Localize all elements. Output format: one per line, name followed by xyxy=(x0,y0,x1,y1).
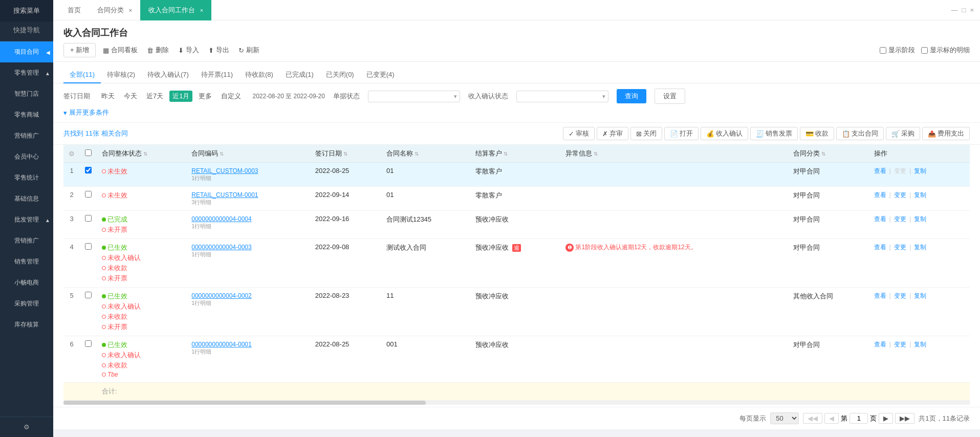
contract-link[interactable]: RETAIL_CUSTOM-0003 xyxy=(191,167,258,174)
status-select[interactable] xyxy=(368,91,460,102)
contract-link[interactable]: 0000000000004-0004 xyxy=(191,215,251,223)
change-op-button[interactable]: 变更 xyxy=(894,243,906,252)
expand-filter-button[interactable]: ▾ 展开更多条件 xyxy=(63,108,970,117)
filter-tab-completed[interactable]: 已完成(1) xyxy=(279,67,320,83)
change-op-button[interactable]: 变更 xyxy=(894,292,906,300)
search-button[interactable]: 查询 xyxy=(617,89,646,103)
contract-link[interactable]: 0000000000004-0003 xyxy=(191,244,251,251)
sidebar-item-member[interactable]: 会员中心 xyxy=(0,146,53,167)
row-select-checkbox[interactable] xyxy=(85,243,92,250)
tab-close-contract-cat[interactable]: × xyxy=(129,7,132,13)
current-page-input[interactable] xyxy=(850,413,868,424)
sidebar-item-project[interactable]: 项目合同 ◀ xyxy=(0,41,53,62)
maximize-btn[interactable]: □ xyxy=(962,6,966,14)
expense-out-button[interactable]: 📤 费用支出 xyxy=(922,127,970,140)
filter-tab-closed[interactable]: 已关闭(0) xyxy=(320,67,360,83)
sidebar-item-smart-store[interactable]: 智慧门店 xyxy=(0,83,53,104)
sidebar-item-wholesale-mgmt[interactable]: 批发管理 ▲ xyxy=(0,209,53,230)
copy-op-button[interactable]: 复制 xyxy=(914,191,926,200)
view-op-button[interactable]: 查看 xyxy=(874,340,886,349)
row-select-checkbox[interactable] xyxy=(85,340,92,347)
filter-tab-pending-income-confirm[interactable]: 待收入确认(7) xyxy=(141,67,195,83)
view-op-button[interactable]: 查看 xyxy=(874,243,886,252)
sort-category-icon[interactable]: ⇅ xyxy=(821,151,825,157)
prev-page-button[interactable]: ◀ xyxy=(824,413,839,424)
view-op-button[interactable]: 查看 xyxy=(874,215,886,224)
sidebar-settings[interactable]: ⚙ xyxy=(0,417,53,437)
date-option-7days[interactable]: 近7天 xyxy=(143,91,166,102)
contract-link[interactable]: 0000000000004-0002 xyxy=(191,292,251,299)
view-op-button[interactable]: 查看 xyxy=(874,191,886,200)
filter-tab-pending-collect[interactable]: 待收款(8) xyxy=(239,67,279,83)
income-confirm-button[interactable]: 💰 收入确认 xyxy=(701,127,748,140)
sidebar-item-inventory[interactable]: 库存核算 xyxy=(0,314,53,335)
abandon-button[interactable]: ✗ 弃审 xyxy=(597,127,628,140)
tab-contract-cat[interactable]: 合同分类 × xyxy=(89,0,140,20)
date-option-today[interactable]: 今天 xyxy=(121,91,140,102)
sidebar-search[interactable]: 搜索菜单 xyxy=(0,0,53,21)
row-select-checkbox[interactable] xyxy=(85,215,92,222)
copy-op-button[interactable]: 复制 xyxy=(914,340,926,349)
gear-icon[interactable]: ⚙ xyxy=(69,150,75,158)
sort-customer-icon[interactable]: ⇅ xyxy=(504,151,508,157)
copy-op-button[interactable]: 复制 xyxy=(914,243,926,252)
last-page-button[interactable]: ▶▶ xyxy=(895,413,914,424)
setting-button[interactable]: 设置 xyxy=(655,89,685,104)
contract-link[interactable]: RETAIL_CUSTOM-0001 xyxy=(191,191,258,199)
new-button[interactable]: + 新增 xyxy=(63,43,96,57)
sidebar-item-purchase[interactable]: 采购管理 xyxy=(0,293,53,314)
refresh-button[interactable]: ↻ 刷新 xyxy=(236,45,262,56)
view-op-button[interactable]: 查看 xyxy=(874,292,886,300)
tab-close-income-workbench[interactable]: × xyxy=(200,7,203,13)
copy-op-button[interactable]: 复制 xyxy=(914,292,926,300)
expenditure-button[interactable]: 📋 支出合同 xyxy=(836,127,884,140)
row-select-checkbox[interactable] xyxy=(85,292,92,298)
export-button[interactable]: ⬆ 导出 xyxy=(206,45,231,56)
select-all-checkbox[interactable] xyxy=(85,149,92,156)
sort-code-icon[interactable]: ⇅ xyxy=(220,151,224,157)
sidebar-item-retail-shop[interactable]: 零售商城 xyxy=(0,104,53,125)
audit-button[interactable]: ✓ 审核 xyxy=(563,127,595,140)
date-option-yesterday[interactable]: 昨天 xyxy=(98,91,118,102)
copy-op-button[interactable]: 复制 xyxy=(914,167,926,176)
date-option-1month[interactable]: 近1月 xyxy=(169,91,192,102)
sidebar-item-retail-stat[interactable]: 零售统计 xyxy=(0,167,53,188)
close-btn[interactable]: × xyxy=(970,6,974,14)
filter-tab-pending-review[interactable]: 待审核(2) xyxy=(101,67,141,83)
sort-status-icon[interactable]: ⇅ xyxy=(143,151,147,157)
sidebar-item-marketing[interactable]: 营销推广 xyxy=(0,125,53,146)
show-fields-option[interactable]: 显示阶段 xyxy=(880,46,915,55)
page-size-select[interactable]: 50 100 200 xyxy=(770,412,799,424)
tab-income-workbench[interactable]: 收入合同工作台 × xyxy=(140,0,211,20)
kanban-button[interactable]: ▦ 合同看板 xyxy=(101,45,140,56)
change-op-button[interactable]: 变更 xyxy=(894,215,906,224)
horizontal-scrollbar[interactable] xyxy=(63,401,970,405)
collect-button[interactable]: 💳 收款 xyxy=(800,127,834,140)
show-detail-option[interactable]: 显示标的明细 xyxy=(921,46,970,55)
sidebar-item-sales-mgmt[interactable]: 销售管理 xyxy=(0,251,53,272)
scrollbar-thumb[interactable] xyxy=(63,401,426,405)
date-option-custom[interactable]: 自定义 xyxy=(218,91,244,102)
sidebar-item-marketing2[interactable]: 营销推广 xyxy=(0,230,53,251)
close-button[interactable]: ⊠ 关闭 xyxy=(630,127,662,140)
delete-button[interactable]: 🗑 删除 xyxy=(145,45,171,56)
filter-tab-all[interactable]: 全部(11) xyxy=(63,67,101,83)
show-fields-checkbox[interactable] xyxy=(880,47,886,54)
sort-date-icon[interactable]: ⇅ xyxy=(343,151,347,157)
confirm-select[interactable] xyxy=(516,91,608,102)
purchase-button[interactable]: 🛒 采购 xyxy=(886,127,920,140)
contract-link[interactable]: 0000000000004-0001 xyxy=(191,341,251,348)
show-detail-checkbox[interactable] xyxy=(921,47,928,54)
copy-op-button[interactable]: 复制 xyxy=(914,215,926,224)
date-option-more[interactable]: 更多 xyxy=(195,91,215,102)
sort-name-icon[interactable]: ⇅ xyxy=(415,151,419,157)
next-page-button[interactable]: ▶ xyxy=(879,413,893,424)
sale-invoice-button[interactable]: 🧾 销售发票 xyxy=(750,127,798,140)
change-op-button[interactable]: 变更 xyxy=(894,191,906,200)
row-select-checkbox[interactable] xyxy=(85,167,92,173)
view-op-button[interactable]: 查看 xyxy=(874,167,886,176)
change-op-button[interactable]: 变更 xyxy=(894,340,906,349)
import-button[interactable]: ⬇ 导入 xyxy=(176,45,201,56)
sidebar-item-retail-mgmt[interactable]: 零售管理 ▲ xyxy=(0,62,53,83)
tab-home[interactable]: 首页 xyxy=(59,0,89,20)
